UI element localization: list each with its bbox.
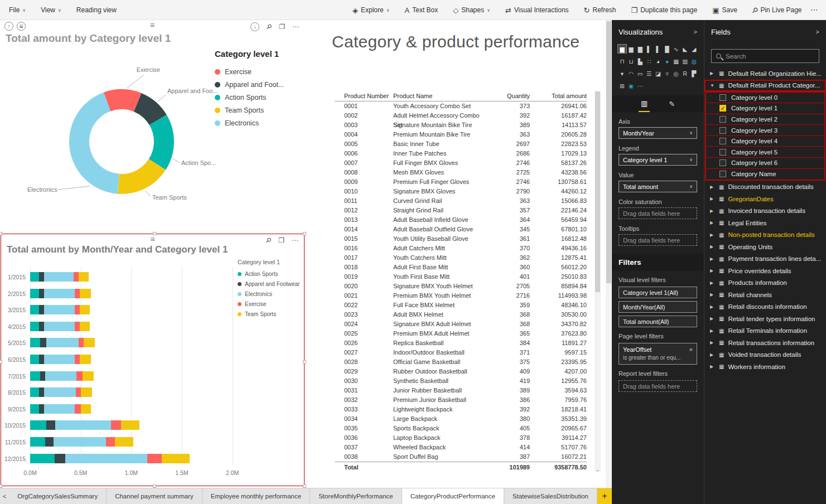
table-row[interactable]: 0024Signature BMX Adult Helmet36834370.8…	[335, 319, 587, 329]
kpi-icon[interactable]: ◪	[654, 69, 662, 77]
bar-segment-action-sports[interactable]	[30, 387, 39, 397]
donut-chart-visual[interactable]: ↑ ⇊ ≡ ↓ ⚲ ❐ ⋯ Total amount by Category l…	[0, 20, 305, 232]
bar-segment-electronics[interactable]	[44, 404, 74, 414]
table-row[interactable]: 0032Premium Junior Basketball3867959.76	[335, 395, 587, 405]
bar-segment-action-sports[interactable]	[30, 437, 45, 447]
expand-arrow-icon[interactable]: ▶	[710, 244, 715, 249]
table-icon[interactable]: ▦	[672, 57, 680, 65]
legend-item[interactable]: Exercise	[215, 65, 284, 78]
resize-handle[interactable]	[303, 360, 306, 364]
text-box-button[interactable]: A Text Box	[405, 6, 438, 14]
field-checkbox[interactable]	[719, 127, 726, 134]
expand-arrow-icon[interactable]: ▶	[710, 268, 715, 273]
expand-arrow-icon[interactable]: ▶	[710, 256, 715, 261]
table-row[interactable]: 0025Premium BMX Adult Helmet36537623.80	[335, 329, 587, 338]
bar-segment-apparel-and-footwear[interactable]	[45, 437, 54, 447]
expand-arrow-icon[interactable]: ▶	[710, 71, 715, 76]
field-table-retail-terminals-information[interactable]: ▶▦Retail Terminals information	[704, 324, 826, 337]
bar-segment-exercise[interactable]	[76, 371, 83, 381]
stacked-column-chart-icon[interactable]: ▌	[645, 45, 653, 53]
bar-segment-action-sports[interactable]	[30, 371, 40, 381]
field-table-invoiced-transaction-details[interactable]: ▶▦Invoiced transaction details	[704, 205, 826, 217]
expand-arrow-icon[interactable]: ▶	[710, 340, 715, 345]
table-row[interactable]: 0002Adult Helmet Accessory Combo Set3921…	[335, 111, 587, 120]
table-row[interactable]: 0021Premium BMX Youth Helmet2716114993.9…	[335, 291, 587, 301]
pie-chart-icon[interactable]: ◕	[654, 57, 662, 65]
expand-arrow-icon[interactable]: ▶	[710, 220, 715, 225]
table-row[interactable]: 0036Laptop Backpack37839114.27	[335, 433, 587, 443]
more-visuals-icon[interactable]: ⋯	[636, 81, 644, 90]
focus-mode-icon[interactable]: ❐	[278, 236, 284, 244]
view-menu[interactable]: View ∨	[41, 6, 61, 14]
field-table-voided-transaction-details[interactable]: ▶▦Voided transaction details	[704, 348, 826, 361]
expand-arrow-icon[interactable]: ▶	[710, 292, 715, 297]
table-row[interactable]: 0019Youth First Base Mitt40125010.83	[335, 272, 587, 282]
bar-segment-electronics[interactable]	[44, 289, 74, 298]
toolbar-more-icon[interactable]: ⋯	[810, 5, 818, 14]
search-input[interactable]	[726, 53, 809, 60]
field-table-non-posted-transaction-details[interactable]: ▶▦Non-posted transaction details	[704, 229, 826, 241]
line-chart-icon[interactable]: ∿	[672, 45, 680, 53]
table-row[interactable]: 0014Adult Baseball Outfield Glove3456780…	[335, 225, 587, 234]
bar-stack[interactable]	[30, 272, 89, 282]
pin-live-page-button[interactable]: ⚲ Pin Live Page	[752, 6, 802, 14]
card-icon[interactable]: ▭	[636, 69, 644, 77]
table-row[interactable]: 0026Replica Basketball38411891.27	[335, 338, 587, 348]
waterfall-chart-icon[interactable]: ▙	[636, 57, 644, 65]
bar-stack[interactable]	[30, 322, 90, 331]
drill-next-level-icon[interactable]: ⇊	[17, 22, 26, 31]
field-checkbox[interactable]	[719, 149, 726, 156]
collapse-panel-icon[interactable]: >	[816, 28, 819, 35]
bar-segment-apparel-and-footwear[interactable]	[39, 289, 44, 298]
bar-segment-team-sports[interactable]	[80, 322, 90, 331]
bar-segment-team-sports[interactable]	[80, 289, 91, 298]
bar-segment-exercise[interactable]	[75, 355, 80, 364]
table-row[interactable]: 0031Junior Rubber Basketball3893594.63	[335, 386, 587, 395]
field-table-operating-units[interactable]: ▶▦Operating Units	[704, 241, 826, 253]
table-row[interactable]: 0017Youth Catchers Mitt36212875.41	[335, 253, 587, 263]
legend-item[interactable]: Team Sports	[215, 104, 284, 117]
table-row[interactable]: 0005Basic Inner Tube269722823.53	[335, 139, 587, 149]
field-table-payment-transaction-lines-deta-[interactable]: ▶▦Payment transaction lines deta...	[704, 253, 826, 265]
bar-segment-action-sports[interactable]	[30, 322, 39, 331]
drill-up-icon[interactable]: ↑	[4, 22, 13, 31]
stacked-bar-chart-icon[interactable]: ▆	[618, 45, 626, 53]
bar-stack[interactable]	[30, 404, 91, 414]
table-row[interactable]: 0007Full Finger BMX Gloves274658137.26	[335, 158, 587, 168]
expand-arrow-icon[interactable]: ▶	[710, 185, 715, 190]
reading-view-button[interactable]: Reading view	[76, 6, 117, 14]
product-table[interactable]: Product NumberProduct NameQuantityTotal …	[335, 91, 587, 472]
canvas-scrollbar[interactable]	[606, 20, 612, 488]
bar-segment-team-sports[interactable]	[80, 355, 91, 364]
bar-row[interactable]: 9/2015	[1, 401, 302, 418]
bar-row[interactable]: 5/2015	[1, 335, 302, 351]
bar-segment-electronics[interactable]	[46, 338, 79, 347]
page-filter-yearoffset[interactable]: YearOffset × is greater than or equ...	[619, 343, 697, 365]
page-tab-channel-payment-summary[interactable]: Channel payment summary	[107, 488, 202, 504]
bar-segment-apparel-and-footwear[interactable]	[40, 338, 46, 347]
visual-more-options-icon[interactable]: ⋯	[292, 23, 299, 31]
field-table-gregoriandates[interactable]: ▶▦GregorianDates	[704, 193, 826, 205]
visual-more-options-icon[interactable]: ⋯	[292, 236, 298, 244]
field-item-category-level-3[interactable]: Category level 3	[706, 125, 824, 136]
collapse-panel-icon[interactable]: >	[694, 28, 697, 35]
multi-row-card-icon[interactable]: ☰	[645, 69, 653, 77]
bar-segment-action-sports[interactable]	[30, 454, 55, 463]
stacked-bar-chart-visual[interactable]: ≡ ⚲ ❐ ⋯ Total amount by Month/Year and C…	[1, 234, 305, 486]
bar-segment-exercise[interactable]	[147, 454, 161, 463]
table-row[interactable]: 0001Youth Accessory Combo Set37326941.06	[335, 101, 587, 111]
bar-segment-electronics[interactable]	[54, 437, 106, 447]
bar-stack[interactable]	[30, 437, 133, 447]
bar-segment-action-sports[interactable]	[30, 404, 39, 414]
donut-chart-icon[interactable]: ◎	[672, 69, 680, 77]
fields-pane-tab[interactable]: ▥	[639, 95, 650, 112]
table-row[interactable]: 0037Wheeled Backpack41451707.76	[335, 443, 587, 452]
combo-chart-icon[interactable]: ⊞	[618, 81, 626, 90]
field-table-workers-information[interactable]: ▶▦Workers information	[704, 361, 826, 373]
100-stacked-column-chart-icon[interactable]: █	[663, 45, 672, 53]
previous-tabs-icon[interactable]: <	[0, 488, 9, 504]
page-tab-employee-monthly-performance[interactable]: Employee monthly performance	[202, 488, 310, 504]
slicer-icon[interactable]: ▿	[663, 69, 672, 77]
field-table-retail-channels[interactable]: ▶▦Retail channels	[704, 289, 826, 301]
field-table-price-overrides-details[interactable]: ▶▦Price overrides details	[704, 265, 826, 277]
